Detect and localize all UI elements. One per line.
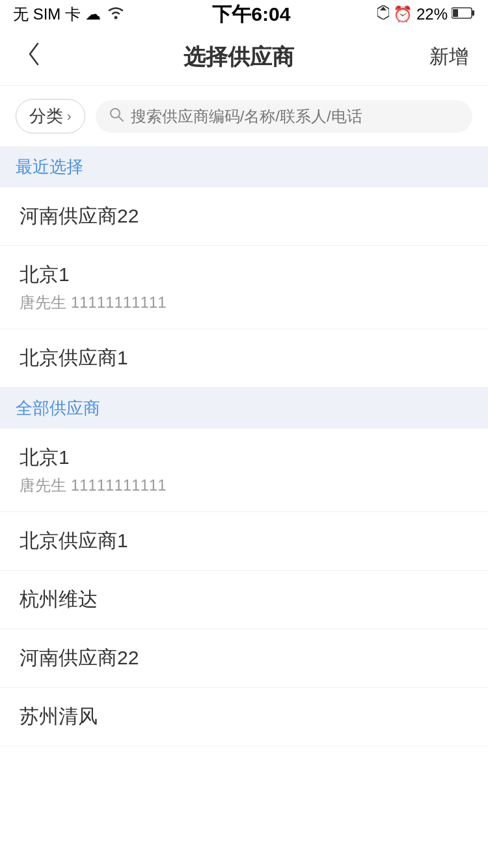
item-name: 苏州清风 (20, 703, 468, 730)
item-name: 杭州维达 (20, 586, 468, 613)
back-button[interactable] (20, 34, 48, 79)
list-item[interactable]: 北京1 唐先生 11111111111 (0, 246, 488, 329)
all-list: 北京1 唐先生 11111111111北京供应商1杭州维达河南供应商22苏州清风 (0, 429, 488, 746)
filter-bar: 分类 › (0, 86, 488, 146)
battery-icon (452, 5, 475, 23)
list-item[interactable]: 杭州维达 (0, 571, 488, 629)
item-sub: 唐先生 11111111111 (20, 475, 468, 496)
list-item[interactable]: 河南供应商22 (0, 187, 488, 246)
item-name: 北京1 (20, 262, 468, 288)
search-box (96, 100, 472, 133)
alarm-icon: ⏰ (393, 5, 413, 23)
recent-list: 河南供应商22北京1 唐先生 11111111111北京供应商1 (0, 187, 488, 388)
list-item[interactable]: 北京1 唐先生 11111111111 (0, 429, 488, 512)
sim-label: 无 SIM 卡 ☁ (13, 4, 101, 25)
list-item[interactable]: 苏州清风 (0, 688, 488, 746)
list-item[interactable]: 北京供应商1 (0, 329, 488, 388)
nav-bar: 选择供应商 新增 (0, 29, 488, 86)
status-left: 无 SIM 卡 ☁ (13, 4, 126, 25)
svg-rect-3 (453, 9, 458, 17)
item-sub: 唐先生 11111111111 (20, 292, 468, 313)
location-icon (377, 5, 389, 23)
recent-section-label: 最近选择 (16, 157, 83, 176)
page-title: 选择供应商 (183, 42, 294, 72)
recent-section-header: 最近选择 (0, 146, 488, 187)
add-button[interactable]: 新增 (429, 44, 468, 70)
status-bar: 无 SIM 卡 ☁ 下午6:04 ⏰ 22% (0, 0, 488, 29)
svg-point-0 (114, 16, 117, 20)
search-input[interactable] (131, 107, 459, 126)
list-item[interactable]: 北京供应商1 (0, 512, 488, 571)
item-name: 河南供应商22 (20, 203, 468, 230)
search-icon (109, 107, 124, 126)
wifi-icon (106, 5, 126, 23)
battery-label: 22% (416, 5, 448, 23)
category-filter[interactable]: 分类 › (16, 99, 85, 133)
item-name: 北京供应商1 (20, 528, 468, 554)
all-section-header: 全部供应商 (0, 388, 488, 429)
item-name: 北京供应商1 (20, 345, 468, 372)
status-right: ⏰ 22% (377, 5, 475, 23)
item-name: 河南供应商22 (20, 645, 468, 671)
list-item[interactable]: 河南供应商22 (0, 629, 488, 688)
svg-line-5 (118, 116, 123, 121)
category-label: 分类 (29, 105, 63, 128)
status-time: 下午6:04 (212, 1, 290, 28)
chevron-right-icon: › (67, 109, 72, 124)
svg-rect-2 (472, 10, 474, 16)
all-section-label: 全部供应商 (16, 398, 100, 418)
item-name: 北京1 (20, 444, 468, 471)
